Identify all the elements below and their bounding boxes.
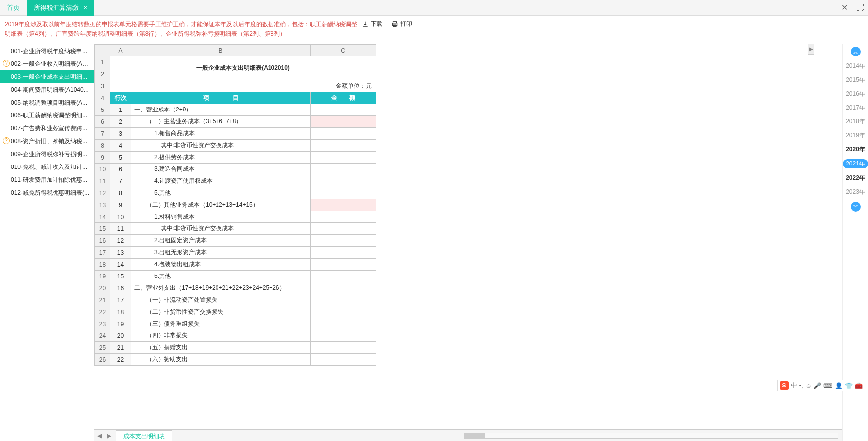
row-header[interactable]: 4 xyxy=(95,92,110,104)
sidebar-item[interactable]: 004-期间费用明细表(A1040... xyxy=(0,83,94,96)
row-header[interactable]: 15 xyxy=(95,223,110,235)
row-header[interactable]: 5 xyxy=(95,104,110,116)
col-header-B[interactable]: B xyxy=(131,45,311,56)
line-number-cell[interactable]: 5 xyxy=(110,152,131,164)
row-header[interactable]: 8 xyxy=(95,140,110,152)
row-header[interactable]: 2 xyxy=(95,68,110,80)
amount-cell[interactable] xyxy=(311,354,376,366)
sheet-nav-prev[interactable]: ◀ xyxy=(94,432,104,439)
amount-cell[interactable] xyxy=(311,235,376,247)
line-number-cell[interactable]: 13 xyxy=(110,247,131,259)
item-cell[interactable]: 5.其他 xyxy=(131,271,311,282)
grid-corner[interactable] xyxy=(95,45,110,56)
row-header[interactable]: 23 xyxy=(95,318,110,330)
item-cell[interactable]: 一、营业成本（2+9） xyxy=(131,104,311,116)
row-header[interactable]: 1 xyxy=(95,56,110,68)
amount-cell[interactable] xyxy=(311,247,376,259)
amount-cell[interactable] xyxy=(311,187,376,199)
tab-home[interactable]: 首页 xyxy=(0,0,27,16)
item-cell[interactable]: 4.让渡资产使用权成本 xyxy=(131,175,311,187)
close-icon[interactable]: × xyxy=(84,4,87,11)
line-number-cell[interactable]: 4 xyxy=(110,140,131,152)
amount-cell[interactable] xyxy=(311,330,376,342)
sheet-nav-next[interactable]: ▶ xyxy=(104,432,114,439)
amount-cell[interactable] xyxy=(311,175,376,187)
amount-cell[interactable] xyxy=(311,259,376,271)
col-header-C[interactable]: C xyxy=(311,45,376,56)
window-maximize-button[interactable]: ⛶ xyxy=(852,3,868,12)
line-number-cell[interactable]: 3 xyxy=(110,128,131,140)
row-header[interactable]: 26 xyxy=(95,354,110,366)
row-header[interactable]: 9 xyxy=(95,152,110,164)
scroll-down-icon[interactable]: ︾ xyxy=(851,202,861,212)
line-number-cell[interactable]: 14 xyxy=(110,259,131,271)
row-header[interactable]: 12 xyxy=(95,187,110,199)
item-cell[interactable]: 3.建造合同成本 xyxy=(131,164,311,175)
line-number-cell[interactable]: 1 xyxy=(110,104,131,116)
item-cell[interactable]: （一）主营业务成本（3+5+6+7+8） xyxy=(131,116,311,128)
item-cell[interactable]: 2.提供劳务成本 xyxy=(131,152,311,164)
row-header[interactable]: 22 xyxy=(95,306,110,318)
ime-emoji-icon[interactable]: ☺ xyxy=(805,382,812,389)
line-number-cell[interactable]: 9 xyxy=(110,199,131,211)
sidebar-item[interactable]: 001-企业所得税年度纳税申... xyxy=(0,45,94,57)
line-number-cell[interactable]: 15 xyxy=(110,271,131,282)
sidebar-item[interactable]: 003-一般企业成本支出明细... xyxy=(0,70,94,83)
item-cell[interactable]: 其中:非货币性资产交换成本 xyxy=(131,223,311,235)
year-item[interactable]: 2016年 xyxy=(846,90,865,98)
ime-voice-icon[interactable]: 🎤 xyxy=(814,382,821,389)
item-cell[interactable]: （四）非常损失 xyxy=(131,330,311,342)
amount-cell[interactable] xyxy=(311,318,376,330)
horizontal-scrollbar[interactable] xyxy=(464,433,838,439)
tab-active[interactable]: 所得税汇算清缴 × xyxy=(27,0,94,16)
expand-notch[interactable]: ▶ xyxy=(808,44,814,55)
row-header[interactable]: 16 xyxy=(95,235,110,247)
line-number-cell[interactable]: 19 xyxy=(110,318,131,330)
ime-toolbox-icon[interactable]: 🧰 xyxy=(855,382,863,389)
item-cell[interactable]: 1.销售商品成本 xyxy=(131,128,311,140)
amount-cell[interactable] xyxy=(311,211,376,223)
amount-cell[interactable] xyxy=(311,104,376,116)
row-header[interactable]: 13 xyxy=(95,199,110,211)
row-header[interactable]: 6 xyxy=(95,116,110,128)
amount-cell[interactable] xyxy=(311,271,376,282)
line-number-cell[interactable]: 22 xyxy=(110,354,131,366)
amount-cell[interactable] xyxy=(311,140,376,152)
item-cell[interactable]: 2.出租固定资产成本 xyxy=(131,235,311,247)
sidebar-item[interactable]: 007-广告费和业务宣传费跨... xyxy=(0,122,94,135)
amount-cell[interactable] xyxy=(311,294,376,306)
print-button[interactable]: 打印 xyxy=(391,20,412,28)
line-number-cell[interactable]: 20 xyxy=(110,330,131,342)
item-cell[interactable]: 二、营业外支出（17+18+19+20+21+22+23+24+25+26） xyxy=(131,282,311,294)
line-number-cell[interactable]: 17 xyxy=(110,294,131,306)
year-item[interactable]: 2019年 xyxy=(846,131,865,140)
row-header[interactable]: 19 xyxy=(95,271,110,282)
row-header[interactable]: 21 xyxy=(95,294,110,306)
amount-cell[interactable] xyxy=(311,116,376,128)
amount-cell[interactable] xyxy=(311,282,376,294)
sidebar-item[interactable]: 010-免税、减计收入及加计... xyxy=(0,161,94,173)
sidebar-item[interactable]: ?002-一般企业收入明细表(A10... xyxy=(0,57,94,70)
line-number-cell[interactable]: 6 xyxy=(110,164,131,175)
item-cell[interactable]: （二）非货币性资产交换损失 xyxy=(131,306,311,318)
year-item[interactable]: 2014年 xyxy=(846,62,865,70)
sidebar-item[interactable]: 009-企业所得税弥补亏损明... xyxy=(0,148,94,161)
row-header[interactable]: 7 xyxy=(95,128,110,140)
row-header[interactable]: 3 xyxy=(95,80,110,92)
row-header[interactable]: 11 xyxy=(95,175,110,187)
row-header[interactable]: 18 xyxy=(95,259,110,271)
row-header[interactable]: 25 xyxy=(95,342,110,354)
year-item[interactable]: 2021年 xyxy=(843,159,868,168)
item-cell[interactable]: 1.材料销售成本 xyxy=(131,211,311,223)
line-number-cell[interactable]: 18 xyxy=(110,306,131,318)
amount-cell[interactable] xyxy=(311,164,376,175)
item-cell[interactable]: （二）其他业务成本（10+12+13+14+15） xyxy=(131,199,311,211)
ime-keyboard-icon[interactable]: ⌨ xyxy=(823,382,833,389)
item-cell[interactable]: 5.其他 xyxy=(131,187,311,199)
download-button[interactable]: 下载 xyxy=(362,20,382,28)
amount-cell[interactable] xyxy=(311,152,376,164)
item-cell[interactable]: 3.出租无形资产成本 xyxy=(131,247,311,259)
amount-cell[interactable] xyxy=(311,199,376,211)
year-item[interactable]: 2017年 xyxy=(846,104,865,112)
line-number-cell[interactable]: 10 xyxy=(110,211,131,223)
